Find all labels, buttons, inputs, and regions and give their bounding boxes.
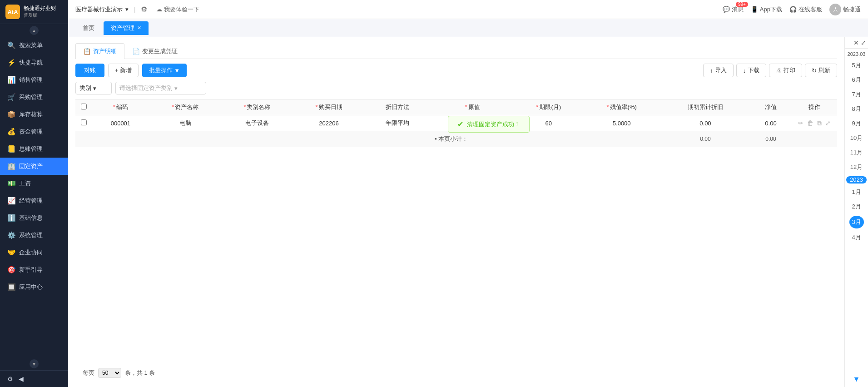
company-dropdown-icon: ▾ — [125, 6, 129, 13]
sidebar-nav: 🔍 搜索菜单 ⚡ 快捷导航 📊 销售管理 🛒 采购管理 📦 库存核算 💰 资金管… — [0, 37, 68, 357]
new-button[interactable]: + 新增 — [108, 64, 139, 77]
right-panel: ✕ ⤢ 2023.03 5月 6月 7月 8月 9月 10月 1 — [844, 37, 868, 387]
sidebar-item-enterprise[interactable]: 🤝 企业协同 — [0, 244, 68, 261]
download-button[interactable]: ↓ 下载 — [736, 64, 767, 77]
panel-close-icon[interactable]: ✕ — [853, 39, 859, 46]
row-period: 60 — [515, 115, 582, 131]
reconcile-button[interactable]: 对账 — [75, 64, 104, 77]
company-selector[interactable]: 医疗器械行业演示 ▾ — [75, 5, 129, 14]
tab-home[interactable]: 首页 — [75, 21, 102, 35]
sub-tab-change-voucher[interactable]: 📄 变更生成凭证 — [124, 43, 185, 59]
settings-icon[interactable]: ⚙ — [141, 5, 147, 14]
payroll-icon: 💵 — [7, 179, 15, 188]
logo-text: 畅捷通好业财 — [24, 5, 56, 12]
refresh-button[interactable]: ↻ 刷新 — [805, 64, 837, 77]
export-button[interactable]: ↑ 导入 — [703, 64, 734, 77]
inventory-icon: 📦 — [7, 110, 15, 119]
month-1[interactable]: 1月 — [845, 185, 868, 199]
month-11[interactable]: 11月 — [845, 145, 868, 160]
logo-icon: AtA — [5, 5, 20, 19]
more-icon[interactable]: ⤢ — [825, 119, 831, 127]
user-profile[interactable]: 人 畅捷通 — [829, 4, 861, 15]
per-page-select[interactable]: 50 100 200 — [98, 368, 121, 378]
category-type-filter[interactable]: 请选择固定资产类别 ▾ — [115, 82, 206, 94]
sidebar-item-basic-info[interactable]: ℹ️ 基础信息 — [0, 209, 68, 227]
toolbar: 对账 + 新增 批量操作 ▼ ↑ 导入 ↓ 下载 — [75, 64, 837, 77]
topbar: 医疗器械行业演示 ▾ | ⚙ ☁ 我要体验一下 💬 消息 99+ 📱 App下载… — [68, 0, 868, 19]
sidebar-item-search[interactable]: 🔍 搜索菜单 — [0, 37, 68, 54]
edit-icon[interactable]: ✏ — [798, 119, 804, 127]
sidebar-item-fixed-assets[interactable]: 🏢 固定资产 — [0, 158, 68, 175]
panel-expand-icon[interactable]: ⤢ — [861, 39, 866, 46]
subtotal-row: ▪ 本页小计： 0.00 0.00 — [75, 131, 837, 147]
tab-asset-mgmt[interactable]: 资产管理 ✕ — [104, 21, 149, 35]
month-5[interactable]: 5月 — [845, 58, 868, 73]
user-avatar: 人 — [829, 4, 841, 15]
subtotal-icon: ▪ — [435, 135, 437, 142]
month-7[interactable]: 7月 — [845, 87, 868, 102]
sidebar-item-funds[interactable]: 💰 资金管理 — [0, 123, 68, 140]
month-12[interactable]: 12月 — [845, 160, 868, 174]
refresh-label: 刷新 — [818, 66, 830, 74]
scroll-down-button[interactable]: ▼ — [30, 359, 39, 368]
online-service-button[interactable]: 🎧 在线客服 — [789, 5, 822, 14]
scroll-up-button[interactable]: ▲ — [30, 26, 39, 35]
sidebar-item-ledger[interactable]: 📒 总账管理 — [0, 140, 68, 158]
th-residual-rate: *残值率(%) — [582, 99, 661, 115]
row-checkbox[interactable] — [81, 119, 87, 125]
row-code: 000001 — [92, 115, 149, 131]
month-6[interactable]: 6月 — [845, 73, 868, 87]
settings-gear-icon[interactable]: ⚙ — [7, 375, 13, 382]
select-all-checkbox[interactable] — [81, 104, 87, 109]
subtotal-label-cell: ▪ 本页小计： — [430, 131, 515, 147]
th-name: *资产名称 — [149, 99, 221, 115]
month-9[interactable]: 9月 — [845, 116, 868, 131]
sidebar-logo: AtA 畅捷通好业财 普及版 — [0, 0, 68, 24]
tab-asset-mgmt-close[interactable]: ✕ — [137, 25, 141, 31]
copy-icon[interactable]: ⧉ — [817, 119, 822, 127]
sidebar-item-system[interactable]: ⚙️ 系统管理 — [0, 227, 68, 244]
sidebar-item-quick-nav[interactable]: ⚡ 快捷导航 — [0, 54, 68, 71]
month-4[interactable]: 4月 — [845, 230, 868, 245]
row-initial-acc-dep: 0.00 — [661, 115, 750, 131]
sidebar-item-operations[interactable]: 📈 经营管理 — [0, 192, 68, 209]
batch-label: 批量操作 — [149, 66, 173, 74]
sidebar-item-app-center[interactable]: 🔲 应用中心 — [0, 278, 68, 296]
row-actions-cell: ✏ 🗑 ⧉ ⤢ — [792, 115, 837, 131]
month-10[interactable]: 10月 — [845, 131, 868, 145]
table-row: 000001 电脑 电子设备 202206 年限平均 ✔ 清理固定资产成功！ — [75, 115, 837, 131]
experience-button[interactable]: ☁ 我要体验一下 — [156, 5, 199, 14]
search-icon: 🔍 — [7, 41, 15, 50]
toast-check-icon: ✔ — [457, 120, 463, 129]
category-filter[interactable]: 类别 ▾ — [75, 82, 112, 94]
sidebar-item-purchase[interactable]: 🛒 采购管理 — [0, 89, 68, 106]
month-8[interactable]: 8月 — [845, 102, 868, 116]
collapse-sidebar-icon[interactable]: ◀ — [19, 375, 24, 382]
download-label: 下载 — [748, 66, 759, 74]
batch-button[interactable]: 批量操作 ▼ — [142, 64, 187, 77]
year-badge-2023[interactable]: 2023 — [846, 176, 867, 184]
row-original-value: ✔ 清理固定资产成功！ — [430, 115, 515, 131]
month-2[interactable]: 2月 — [845, 199, 868, 214]
category-label: 类别 — [79, 84, 91, 92]
app-download-button[interactable]: 📱 App下载 — [751, 5, 782, 14]
export-icon: ↑ — [710, 67, 713, 74]
sub-tab-asset-detail[interactable]: 📋 资产明细 — [75, 43, 124, 59]
sidebar-item-sales[interactable]: 📊 销售管理 — [0, 71, 68, 89]
sidebar-item-inventory[interactable]: 📦 库存核算 — [0, 106, 68, 123]
sidebar-item-guide[interactable]: 🎯 新手引导 — [0, 261, 68, 278]
sidebar-item-payroll[interactable]: 💵 工资 — [0, 175, 68, 192]
delete-icon[interactable]: 🗑 — [807, 119, 813, 127]
print-button[interactable]: 🖨 打印 — [769, 64, 802, 77]
message-button[interactable]: 💬 消息 99+ — [723, 5, 744, 14]
row-name: 电脑 — [149, 115, 221, 131]
guide-icon: 🎯 — [7, 266, 15, 274]
panel-scroll-down-icon[interactable]: ▼ — [853, 375, 860, 383]
user-label: 畅捷通 — [843, 5, 861, 14]
logo-sub: 普及版 — [24, 12, 56, 19]
company-name: 医疗器械行业演示 — [75, 5, 123, 14]
new-label: + 新增 — [115, 66, 132, 74]
toast-message: 清理固定资产成功！ — [467, 120, 520, 129]
month-3-active[interactable]: 3月 — [849, 216, 864, 228]
th-category: *类别名称 — [221, 99, 293, 115]
